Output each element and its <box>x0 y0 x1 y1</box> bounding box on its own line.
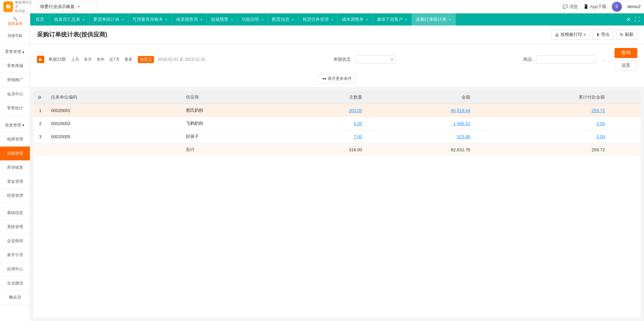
sidebar-item-retail-shop[interactable]: 零售商城 <box>0 59 30 73</box>
tab-stock-ledger[interactable]: 可用量库存账本 ✕ <box>128 13 172 25</box>
shortcut-last-month[interactable]: 上月 <box>70 56 80 63</box>
tab-close-purchase-stats[interactable]: ✕ <box>121 18 124 21</box>
sidebar-item-vip[interactable]: 畅会员 <box>0 290 30 305</box>
user-avatar[interactable]: E <box>612 2 622 12</box>
supplier-1: 惠氏奶粉 <box>182 104 282 117</box>
date-shortcuts: 上月 本月 本年 近7天 更多 <box>70 56 134 63</box>
page-content: 采购订单统计表(按供应商) 🖨 按模板打印 ▾ ⬇ 导出 ↻ <box>30 25 644 321</box>
col-settings[interactable]: ⚙ <box>34 91 47 104</box>
tab-config-info[interactable]: 配置信息 ✕ <box>268 13 299 25</box>
sidebar-item-marketing[interactable]: 营销推广 <box>0 73 30 87</box>
search-icon: 🔍 <box>13 17 17 21</box>
expand-more-btn[interactable]: ▾▾ 展开更多条件 <box>318 74 356 83</box>
tab-purchase-stats[interactable]: 要货单统计表 ✕ <box>89 13 128 25</box>
sidebar-item-newguide[interactable]: 新手引导 <box>0 248 30 262</box>
top-bar-right: 💬 消息 📱 App下载 E demo2 <box>562 2 641 12</box>
table-row[interactable]: 2 00020002 飞鹤奶粉 6.00 1,586.52 0.00 <box>34 117 641 130</box>
amount-2: 1,586.52 <box>366 117 474 130</box>
tab-home[interactable]: 首页 <box>30 13 50 25</box>
message-btn[interactable]: 💬 消息 <box>562 4 578 10</box>
sidebar-item-purchase[interactable]: 采购管理 <box>0 147 30 161</box>
workspace-label: 母婴行业演示账套 <box>40 4 75 10</box>
tab-close-collect-send[interactable]: ✕ <box>82 18 85 21</box>
sidebar-item-inventory[interactable]: 库存核算 <box>0 161 30 175</box>
shortcut-this-year[interactable]: 本年 <box>95 56 106 63</box>
sidebar-item-ops[interactable]: 经营管理 <box>0 189 30 203</box>
filter-toggle-btn[interactable]: ▶ <box>37 56 44 63</box>
tab-close-stock-ledger[interactable]: ✕ <box>165 18 168 21</box>
right-arrow-icon: ▶ <box>39 57 42 62</box>
tab-invite-down[interactable]: 邀请下游客户 ✕ <box>373 13 412 25</box>
settings-gear-icon[interactable]: ⚙ <box>38 95 42 100</box>
tab-close-cost[interactable]: ✕ <box>366 18 368 21</box>
footer-empty-2 <box>47 143 182 156</box>
amount-3: 525.80 <box>366 130 474 143</box>
sidebar-item-retail-stats[interactable]: 零售统计 <box>0 101 30 115</box>
logo-icon: 畅 <box>3 1 13 12</box>
table-footer: 合计 316.00 62,631.76 259.72 <box>34 143 641 156</box>
content-area: 首页 收发存汇总表 ✕ 要货单统计表 ✕ 可用量库存账本 ✕ 保质期查询 ✕ <box>30 13 644 321</box>
close-all-btn[interactable]: ✕ <box>625 16 632 23</box>
tab-close-purchase-order[interactable]: ✕ <box>448 18 451 21</box>
page-header-actions: 🖨 按模板打印 ▾ ⬇ 导出 ↻ 刷新 <box>551 30 637 44</box>
supplier-2: 飞鹤奶粉 <box>182 117 282 130</box>
shortcut-this-month[interactable]: 本月 <box>83 56 93 63</box>
row-num-1: 1 <box>34 104 47 117</box>
sidebar-item-wholesale[interactable]: 批发管理 ▼ <box>0 118 30 132</box>
table-row[interactable]: 3 00020005 好孩子 7.00 525.80 0.00 <box>34 130 641 143</box>
shortcut-7days[interactable]: 近7天 <box>108 56 121 63</box>
status-filter-label: 单据状态 <box>333 56 351 62</box>
goods-filter-input[interactable] <box>536 55 596 64</box>
goods-filter-more-btn[interactable]: … <box>600 57 608 62</box>
partner-code-1: 00020001 <box>47 104 182 117</box>
refresh-btn[interactable]: ↻ 刷新 <box>616 30 637 40</box>
settings-button[interactable]: 设置 <box>614 60 637 71</box>
tab-close-overstock[interactable]: ✕ <box>230 18 233 21</box>
tab-cost-adj[interactable]: 成本调整单 ✕ <box>338 13 373 25</box>
tab-close-expiry[interactable]: ✕ <box>200 18 203 21</box>
data-table: ⚙ 往来单位编码 供应商 主数量 金额 累计付款金额 <box>34 91 641 156</box>
tab-func-desc[interactable]: 功能说明 ✕ <box>237 13 268 25</box>
print-icon: 🖨 <box>555 32 559 37</box>
tab-close-func[interactable]: ✕ <box>261 18 264 21</box>
tab-pick-task[interactable]: 拣货任务管理 ✕ <box>299 13 338 25</box>
footer-extra <box>609 143 641 156</box>
main-layout: 🔍 搜索菜单 快捷导航 零售管理 ▲ 零售商城 营销推广 会员中心 零售统计 批… <box>0 13 644 321</box>
quantity-2: 6.00 <box>282 117 366 130</box>
table-area: ⚙ 往来单位编码 供应商 主数量 金额 累计付款金额 <box>34 91 641 318</box>
tab-close-config[interactable]: ✕ <box>291 18 294 21</box>
shortcut-more[interactable]: 更多 <box>123 56 134 63</box>
template-print-label: 按模板打印 <box>560 32 582 38</box>
tab-overstock[interactable]: 超储预警 ✕ <box>207 13 237 25</box>
status-select[interactable] <box>355 55 395 64</box>
export-btn[interactable]: ⬇ 导出 <box>592 30 613 40</box>
tab-close-invite[interactable]: ✕ <box>405 18 408 21</box>
sidebar-item-appcenter[interactable]: 应用中心 <box>0 262 30 276</box>
avatar-text: E <box>615 4 618 9</box>
sidebar-item-wechat[interactable]: 企业微信 <box>0 276 30 290</box>
app-download-btn[interactable]: 📱 App下载 <box>583 4 606 10</box>
tab-purchase-order-stats[interactable]: 采购订单统计表 ✕ <box>412 13 455 25</box>
sidebar-item-basic[interactable]: 基础信息 <box>0 206 30 220</box>
maximize-btn[interactable]: ⛶ <box>633 16 641 23</box>
sidebar-item-corp[interactable]: 企业协同 <box>0 234 30 248</box>
paid-2: 0.00 <box>474 117 609 130</box>
sidebar-item-ecommerce[interactable]: 电商管理 <box>0 132 30 147</box>
table-row[interactable]: 1 00020001 惠氏奶粉 303.00 60,519.44 259.72 <box>34 104 641 117</box>
tab-expiry-query[interactable]: 保质期查询 ✕ <box>172 13 207 25</box>
workspace-selector[interactable]: 母婴行业演示账套 ▾ <box>37 2 97 11</box>
sidebar-item-member[interactable]: 会员中心 <box>0 87 30 101</box>
tab-collect-send[interactable]: 收发存汇总表 ✕ <box>50 13 89 25</box>
sidebar-item-system[interactable]: 系统管理 <box>0 220 30 234</box>
page-header: 采购订单统计表(按供应商) 🖨 按模板打印 ▾ ⬇ 导出 ↻ <box>30 25 644 44</box>
sidebar-item-quicknav[interactable]: 快捷导航 <box>0 30 30 42</box>
search-button[interactable]: 查询 <box>614 48 637 58</box>
template-print-btn[interactable]: 🖨 按模板打印 ▾ <box>551 30 590 40</box>
chevron-icon: ▲ <box>22 50 25 54</box>
tab-close-pick[interactable]: ✕ <box>331 18 333 21</box>
sidebar-item-retail-mgmt[interactable]: 零售管理 ▲ <box>0 45 30 59</box>
sidebar-item-finance[interactable]: 资金管理 <box>0 175 30 189</box>
footer-paid: 259.72 <box>474 143 609 156</box>
sidebar-item-search[interactable]: 🔍 搜索菜单 <box>0 13 30 30</box>
username-label: demo2 <box>627 4 641 9</box>
